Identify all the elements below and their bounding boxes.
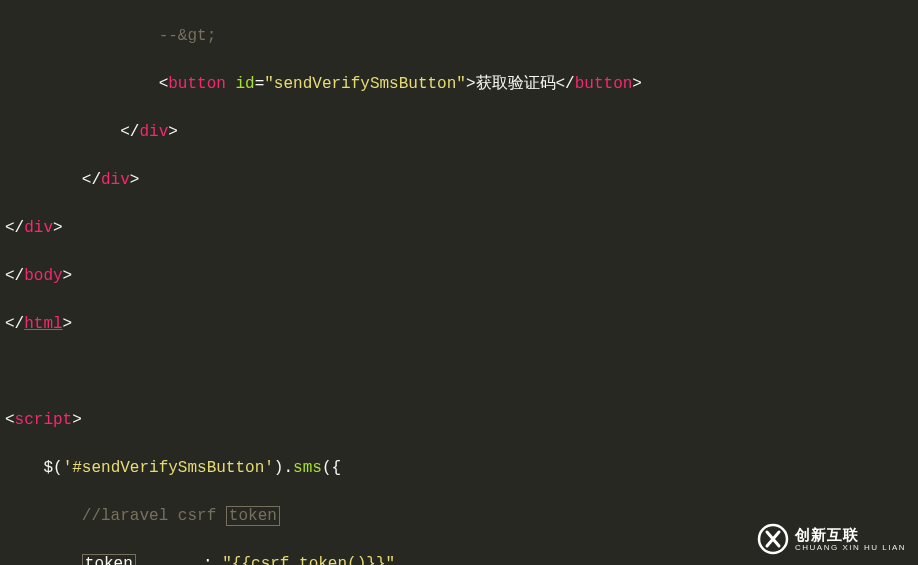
code-line: </div> xyxy=(5,120,918,144)
code-line: </div> xyxy=(5,216,918,240)
code-line xyxy=(5,360,918,384)
code-line: </html> xyxy=(5,312,918,336)
code-line: <button id="sendVerifySmsButton">获取验证码</… xyxy=(5,72,918,96)
code-line: --&gt; xyxy=(5,24,918,48)
logo-icon xyxy=(757,523,789,555)
code-line: <script> xyxy=(5,408,918,432)
code-editor[interactable]: --&gt; <button id="sendVerifySmsButton">… xyxy=(0,0,918,565)
watermark-logo: 创新互联 CHUANG XIN HU LIAN xyxy=(757,523,906,555)
code-line: </div> xyxy=(5,168,918,192)
code-line: $('#sendVerifySmsButton').sms({ xyxy=(5,456,918,480)
logo-text-en: CHUANG XIN HU LIAN xyxy=(795,544,906,552)
logo-text-cn: 创新互联 xyxy=(795,527,906,542)
code-line: </body> xyxy=(5,264,918,288)
